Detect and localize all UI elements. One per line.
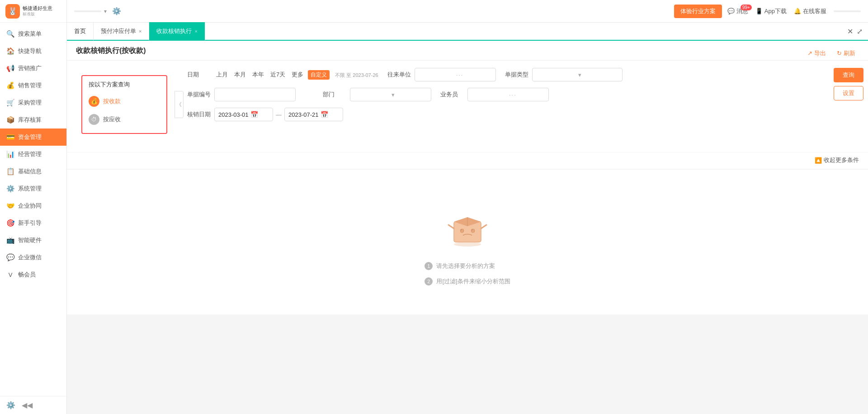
query-button[interactable]: 查询	[834, 68, 863, 82]
message-button[interactable]: 💬 消息 99+	[727, 7, 748, 15]
sidebar-item-label: 营销推广	[18, 64, 42, 72]
topbar-right: 💬 消息 99+ 📱 App下载 🔔 在线客服	[727, 7, 861, 15]
page-title: 收款核销执行(按收款)	[76, 46, 146, 60]
writeoff-end-date[interactable]: 2023-07-21 📅	[284, 108, 343, 121]
window-expand-icon[interactable]: ⤢	[857, 27, 863, 36]
sidebar-item-label: 资金管理	[18, 133, 42, 141]
dept-dropdown-icon: ▾	[392, 91, 427, 98]
service-label: 在线客服	[803, 7, 826, 15]
enterprise-icon: 🤝	[6, 202, 14, 210]
party-dots-icon: ···	[456, 71, 492, 78]
sidebar-item-finance[interactable]: 💳 资金管理	[0, 128, 66, 146]
svg-point-5	[461, 229, 462, 231]
svg-line-7	[448, 225, 454, 228]
sidebar-item-marketing[interactable]: 📢 营销推广	[0, 60, 66, 77]
logo-name: 畅捷通好生意	[23, 5, 52, 11]
svg-point-9	[454, 242, 481, 247]
page-actions: ↗ 导出 ↻ 刷新	[804, 48, 859, 59]
dept-dropdown[interactable]: ▾	[350, 88, 431, 101]
finance-icon: 💳	[6, 133, 14, 141]
sidebar-item-label: 搜索菜单	[18, 30, 42, 38]
window-close-icon[interactable]: ✕	[847, 27, 853, 36]
hardware-icon: 📺	[6, 236, 14, 244]
sidebar-item-wechat[interactable]: 💬 企业微信	[0, 249, 66, 266]
filter-by-receipt[interactable]: 💰 按收款	[82, 92, 166, 110]
tab-prepay[interactable]: 预付冲应付单 ×	[94, 22, 149, 40]
doctype-label: 单据类型	[505, 71, 528, 79]
panel-collapse-button[interactable]: 《	[175, 91, 184, 118]
sidebar-item-system[interactable]: ⚙️ 系统管理	[0, 180, 66, 197]
company-dropdown-icon[interactable]: ▾	[104, 8, 107, 14]
sidebar-item-member[interactable]: V 畅会员	[0, 266, 66, 283]
sidebar-item-label: 智能硬件	[18, 236, 42, 244]
writeoff-date-range: 2023-03-01 📅 — 2023-07-21 📅	[214, 108, 343, 121]
collapse-sidebar-icon[interactable]: ◀◀	[22, 401, 33, 409]
tab-home[interactable]: 首页	[67, 22, 94, 40]
sales-icon: 💰	[6, 81, 14, 90]
sidebar-item-inventory[interactable]: 📦 库存核算	[0, 111, 66, 128]
filter-by-receivable[interactable]: ⏱ 按应收	[82, 110, 166, 128]
app-download-button[interactable]: 📱 App下载	[755, 7, 787, 15]
operations-icon: 📊	[6, 150, 14, 158]
staff-select[interactable]: ···	[467, 88, 549, 101]
tab-writeoff[interactable]: 收款核销执行 ×	[149, 22, 205, 40]
empty-step-1: 1 请先选择要分析的方案	[425, 260, 510, 272]
shortcut-custom[interactable]: 自定义	[308, 70, 330, 80]
online-service-button[interactable]: 🔔 在线客服	[794, 7, 826, 15]
docno-field: 单据编号	[187, 88, 314, 101]
export-icon: ↗	[807, 50, 812, 57]
shortcut-last-month[interactable]: 上月	[214, 70, 230, 80]
shortcut-this-month[interactable]: 本月	[232, 70, 248, 80]
shortcut-7days[interactable]: 近7天	[269, 70, 287, 80]
sidebar-item-quicknav[interactable]: 🏠 快捷导航	[0, 43, 66, 60]
dept-label: 部门	[323, 90, 346, 99]
sidebar-item-operations[interactable]: 📊 经营管理	[0, 146, 66, 163]
sidebar-item-enterprise[interactable]: 🤝 企业协同	[0, 197, 66, 214]
filter-panel-title: 按以下方案查询	[82, 81, 166, 92]
filter-receipt-label: 按收款	[103, 97, 121, 105]
sidebar-item-basicinfo[interactable]: 📋 基础信息	[0, 163, 66, 180]
query-panel: 查询 设置	[834, 61, 868, 148]
doctype-dropdown[interactable]: ▾	[532, 68, 623, 81]
sidebar-item-newguide[interactable]: 🎯 新手引导	[0, 214, 66, 232]
collapse-more-button[interactable]: 🔼 收起更多条件	[815, 156, 859, 164]
party-select[interactable]: ···	[415, 68, 496, 81]
sidebar-item-purchase[interactable]: 🛒 采购管理	[0, 94, 66, 111]
step-2-num: 2	[425, 277, 433, 286]
home-icon: 🏠	[6, 47, 14, 55]
staff-label: 业务员	[440, 90, 464, 99]
message-badge: 99+	[741, 5, 752, 10]
receipt-icon: 💰	[89, 96, 99, 107]
solution-button[interactable]: 体验行业方案	[674, 5, 722, 18]
sidebar-item-sales[interactable]: 💰 销售管理	[0, 77, 66, 94]
writeoff-start-date[interactable]: 2023-03-01 📅	[214, 108, 273, 121]
refresh-button[interactable]: ↻ 刷新	[833, 48, 859, 59]
filter-row-1: 日期 上月 本月 本年 近7天 更多 自定义 不限 至 2023-07-26	[187, 68, 826, 81]
tab-prepay-label: 预付冲应付单	[101, 27, 136, 35]
party-field: 往来单位 ···	[387, 68, 496, 81]
company-selector[interactable]: ▾	[74, 8, 107, 14]
sidebar-item-hardware[interactable]: 📺 智能硬件	[0, 232, 66, 249]
writeoff-date-field: 核销日期 2023-03-01 📅 — 2023-07-21	[187, 108, 343, 121]
date-separator: —	[276, 111, 282, 118]
shortcut-this-year[interactable]: 本年	[250, 70, 266, 80]
export-button[interactable]: ↗ 导出	[804, 48, 830, 59]
shortcut-more[interactable]: 更多	[290, 70, 305, 80]
settings-button[interactable]: 设置	[834, 86, 863, 100]
settings-bottom-icon[interactable]: ⚙️	[6, 401, 15, 409]
sidebar-item-search[interactable]: 🔍 搜索菜单	[0, 25, 66, 43]
empty-step-2: 2 用[过滤]条件来缩小分析范围	[425, 276, 510, 287]
tab-prepay-close[interactable]: ×	[139, 29, 142, 34]
docno-input[interactable]	[214, 88, 296, 101]
step-1-num: 1	[425, 262, 433, 270]
search-icon: 🔍	[6, 30, 14, 38]
sidebar-item-label: 系统管理	[18, 185, 42, 193]
inventory-icon: 📦	[6, 116, 14, 124]
date-label: 日期	[187, 71, 211, 79]
tabs-controls: ✕ ⤢	[847, 27, 868, 36]
tab-writeoff-close[interactable]: ×	[194, 29, 197, 34]
topbar-gear-icon[interactable]: ⚙️	[112, 7, 121, 15]
member-icon: V	[6, 271, 14, 278]
date-limit-text: 不限 至 2023-07-26	[335, 72, 378, 79]
sidebar-bottom: ⚙️ ◀◀	[0, 396, 66, 414]
